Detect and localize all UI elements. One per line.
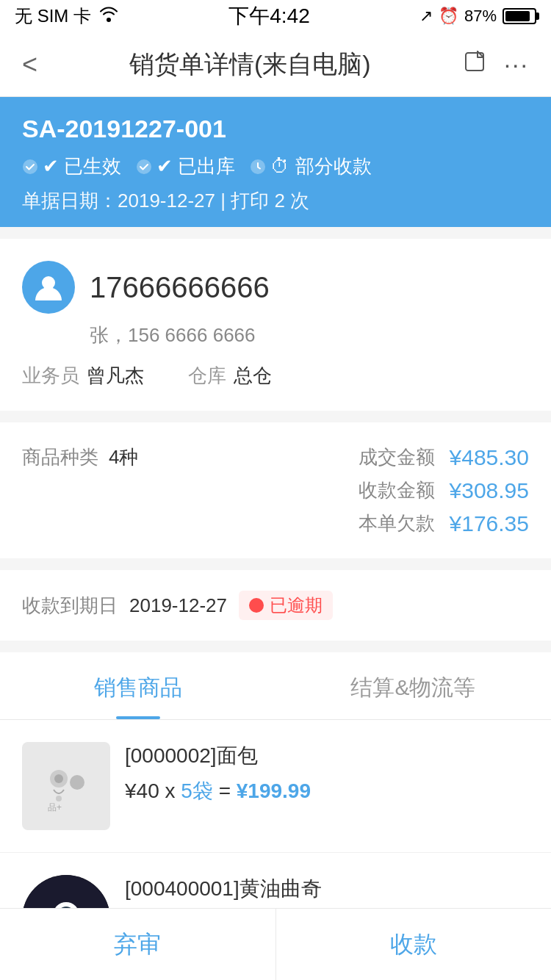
overdue-icon [249,598,264,613]
more-icon[interactable]: ··· [504,50,529,79]
status-bar-left: 无 SIM 卡 [15,4,119,28]
header-banner: SA-20191227-001 ✔ 已生效 ✔ 已出库 ⏱ 部分收款 单据日期：… [0,97,551,227]
debt-value: ¥176.35 [450,511,529,536]
amount-label: 成交金额 [359,444,435,470]
status-bar-time: 下午4:42 [228,2,310,30]
customer-name: 张，156 6666 6666 [90,323,529,348]
payment-label: 收款金额 [359,478,435,503]
product-price-1: ¥40 x 5袋 = ¥199.99 [125,777,529,805]
battery-fill [505,11,530,21]
bottom-bar: 弃审 收款 [0,908,551,980]
warehouse-label: 仓库 [188,363,226,389]
amount-value: ¥485.30 [450,445,529,470]
payment-row: 收款金额 ¥308.95 [359,478,529,503]
kinds-content: 商品种类 4种 [22,444,276,470]
customer-section: 17666666666 张，156 6666 6666 业务员 曾凡杰 仓库 总… [0,239,551,411]
debt-row: 本单欠款 ¥176.35 [359,511,529,536]
confirm-button[interactable]: 收款 [276,909,552,980]
svg-point-7 [56,796,62,801]
overdue-badge: 已逾期 [239,591,333,620]
badge-shipped: ✔ 已出库 [136,154,235,179]
product-info-1: [0000002]面包 ¥40 x 5袋 = ¥199.99 [125,742,529,805]
badge-effective: ✔ 已生效 [22,154,121,179]
sales-value: 曾凡杰 [87,363,144,389]
tab-settlement[interactable]: 结算&物流等 [276,652,551,719]
badges: ✔ 已生效 ✔ 已出库 ⏱ 部分收款 [22,154,529,179]
svg-point-9 [70,775,84,790]
payment-value: ¥308.95 [450,478,529,503]
status-bar-right: ↗ ⏰ 87% [419,7,536,26]
warehouse-item: 仓库 总仓 [188,363,272,389]
svg-point-1 [23,159,37,174]
overdue-text: 已逾期 [270,594,323,617]
alarm-icon: ⏰ [439,7,458,26]
product-name-1: [0000002]面包 [125,742,529,770]
debt-label: 本单欠款 [359,511,435,536]
customer-meta: 业务员 曾凡杰 仓库 总仓 [22,363,529,389]
status-bar: 无 SIM 卡 下午4:42 ↗ ⏰ 87% [0,0,551,32]
doc-date: 单据日期：2019-12-27 | 打印 2 次 [22,188,529,214]
warehouse-value: 总仓 [234,363,272,389]
list-item: 品+ [0000002]面包 ¥40 x 5袋 = ¥199.99 [0,720,551,853]
carrier-label: 无 SIM 卡 [15,4,91,28]
page-title: 销货单详情(来自电脑) [129,48,371,82]
battery-icon [503,8,536,24]
back-button[interactable]: < [22,49,37,80]
nav-bar: < 销货单详情(来自电脑) ··· [0,32,551,97]
summary-right: 成交金额 ¥485.30 收款金额 ¥308.95 本单欠款 ¥176.35 [276,444,529,536]
due-date-value: 2019-12-27 [129,594,227,617]
summary-left: 商品种类 4种 [22,444,276,470]
sales-label: 业务员 [22,363,79,389]
location-icon: ↗ [419,7,433,26]
summary-section: 商品种类 4种 成交金额 ¥485.30 收款金额 ¥308.95 本单欠款 ¥… [0,422,551,558]
sales-item: 业务员 曾凡杰 [22,363,144,389]
kinds-value: 4种 [109,444,138,470]
customer-row: 17666666666 [22,261,529,314]
product-name-2: [000400001]黄油曲奇 [125,875,529,903]
tab-sales-products[interactable]: 销售商品 [0,652,276,719]
order-id: SA-20191227-001 [22,115,529,143]
battery-label: 87% [464,7,497,26]
svg-point-6 [54,774,63,783]
share-icon[interactable] [463,50,486,79]
cancel-button[interactable]: 弃审 [0,909,276,980]
badge-partial: ⏱ 部分收款 [250,154,371,179]
kinds-label: 商品种类 [22,444,98,470]
customer-phone: 17666666666 [90,271,270,304]
tabs-section: 销售商品 结算&物流等 [0,652,551,720]
svg-point-2 [137,159,151,174]
amount-row: 成交金额 ¥485.30 [359,444,529,470]
avatar [22,261,75,314]
due-label: 收款到期日 [22,593,118,619]
due-section: 收款到期日 2019-12-27 已逾期 [0,570,551,641]
wifi-icon [98,6,119,26]
svg-text:品+: 品+ [48,802,62,812]
tabs: 销售商品 结算&物流等 [0,652,551,719]
product-thumbnail-1: 品+ [22,742,110,830]
